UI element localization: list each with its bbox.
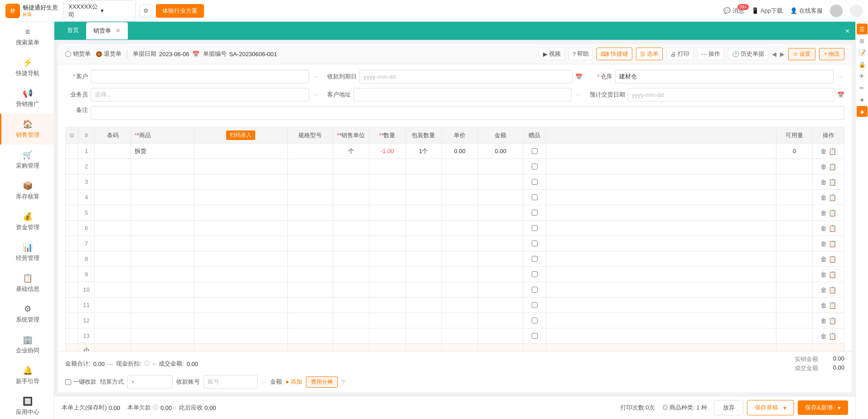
due-date-input[interactable]: yyyy-mm-dd [359, 70, 572, 83]
one-click-pay-checkbox[interactable]: 一键收款 [65, 378, 97, 386]
delivery-calendar-icon[interactable]: 📅 [837, 92, 844, 98]
fee-split-button[interactable]: 费用分摊 [306, 376, 338, 388]
warehouse-input[interactable]: 建材仓 [615, 70, 834, 83]
sidebar-item-app-center[interactable]: 🔲 应用中心 [0, 391, 54, 419]
right-panel-lock-btn[interactable]: 🔒 [857, 59, 868, 70]
tab-home[interactable]: 首页 [60, 22, 86, 40]
app-download-btn[interactable]: 📱 App下载 [752, 7, 783, 15]
sidebar-item-system[interactable]: ⚙ 系统管理 [0, 299, 54, 329]
copy-row-btn[interactable]: 📋 [829, 225, 836, 232]
video-btn[interactable]: ▶ 视频 [539, 48, 565, 60]
help-btn[interactable]: ? 帮助 [568, 48, 593, 60]
delete-row-btn[interactable]: 🗑 [820, 163, 827, 170]
salesperson-input[interactable]: 选择... [91, 88, 309, 101]
sidebar-item-operations[interactable]: 📊 经营管理 [0, 237, 54, 268]
delete-row-btn[interactable]: 🗑 [820, 240, 827, 247]
settings-button[interactable]: ⚙ [140, 5, 152, 17]
customer-input[interactable] [91, 70, 309, 83]
shortcut-btn[interactable]: ⌨ 快捷键 [596, 48, 632, 60]
setting-button[interactable]: ⊙ 设置 [788, 48, 815, 60]
copy-row-btn[interactable]: 📋 [829, 271, 836, 278]
addr-more-icon[interactable]: ··· [574, 92, 582, 98]
nav-next-icon[interactable]: ▶ [780, 51, 785, 58]
nav-prev-icon[interactable]: ◀ [772, 51, 776, 58]
calendar-icon[interactable]: 📅 [192, 51, 199, 58]
sidebar-item-purchase[interactable]: 🛒 采购管理 [0, 144, 54, 175]
discount-help-icon[interactable]: ⓘ [144, 360, 150, 368]
td-qty-1[interactable]: -1.00 [369, 144, 405, 159]
select-order-btn[interactable]: ☰ 选单 [636, 48, 663, 60]
add-payment-btn[interactable]: ● 添加 [286, 378, 302, 386]
sidebar-item-basic-info[interactable]: 📋 基础信息 [0, 268, 54, 299]
copy-row-btn[interactable]: 📋 [829, 332, 836, 340]
th-scan[interactable]: 扫码录入 [194, 127, 288, 144]
delete-row-btn[interactable]: 🗑 [820, 271, 827, 278]
copy-row-btn[interactable]: 📋 [829, 194, 836, 201]
action-btn[interactable]: ⋯ 操作 [697, 48, 724, 60]
save-new-arrow[interactable]: ▾ [834, 405, 841, 411]
copy-row-btn[interactable]: 📋 [829, 240, 836, 247]
delete-row-1-btn[interactable]: 🗑 [820, 148, 827, 155]
sidebar-item-new-guide[interactable]: 🔔 新手引导 [0, 360, 54, 391]
expected-delivery-input[interactable]: yyyy-mm-dd [628, 88, 834, 101]
sidebar-item-finance[interactable]: 💰 资金管理 [0, 206, 54, 237]
sidebar-item-sales[interactable]: 🏠 销售管理 [0, 114, 54, 144]
delete-row-btn[interactable]: 🗑 [820, 178, 827, 186]
copy-row-btn[interactable]: 📋 [829, 209, 836, 217]
right-panel-orange-btn[interactable]: ◈ [857, 106, 868, 117]
account-input[interactable]: 账号 [204, 375, 258, 389]
delete-row-btn[interactable]: 🗑 [820, 302, 827, 309]
copy-row-1-btn[interactable]: 📋 [829, 148, 836, 155]
radio-return-order[interactable]: 退货单 [96, 50, 121, 58]
right-panel-grid-view-btn[interactable]: ⊞ [857, 35, 868, 46]
right-panel-star-btn[interactable]: ★ [857, 94, 868, 105]
sidebar-item-quick-nav[interactable]: ⚡ 快捷导航 [0, 52, 54, 83]
customer-more-icon[interactable]: ··· [312, 73, 320, 80]
right-panel-eye-btn[interactable]: 👁 [857, 71, 868, 82]
tab-close-all-icon[interactable]: ✕ [845, 28, 850, 34]
tab-sales-order[interactable]: 销货单 ✕ [86, 22, 128, 39]
fee-help-icon[interactable]: ? [341, 379, 344, 385]
delete-row-btn[interactable]: 🗑 [820, 255, 827, 263]
copy-row-btn[interactable]: 📋 [829, 255, 836, 263]
avatar-extra[interactable] [850, 5, 863, 17]
delete-row-btn[interactable]: 🗑 [820, 332, 827, 340]
right-panel-table-view-btn[interactable]: ☰ [857, 24, 868, 34]
copy-row-btn[interactable]: 📋 [829, 178, 836, 186]
salesperson-more-icon[interactable]: ··· [312, 92, 320, 98]
save-draft-button[interactable]: 保存草稿 ▾ [747, 400, 794, 415]
td-barcode-1[interactable] [95, 144, 131, 159]
radio-sales-order[interactable]: 销货单 [65, 50, 91, 58]
th-settings[interactable]: ⊙ [66, 127, 78, 144]
copy-row-btn[interactable]: 📋 [829, 317, 836, 324]
settlement-selector[interactable]: ▾ [127, 375, 173, 389]
td-spec-1[interactable] [287, 144, 333, 159]
td-gift-1[interactable] [523, 144, 546, 159]
save-draft-arrow[interactable]: ▾ [780, 405, 786, 411]
notes-input[interactable] [91, 106, 844, 120]
sidebar-item-search[interactable]: ≡ 搜索菜单 [0, 22, 54, 52]
delete-row-btn[interactable]: 🗑 [820, 317, 827, 324]
tab-close-icon[interactable]: ✕ [116, 27, 121, 34]
debit-help-icon[interactable]: ⓘ [153, 404, 159, 412]
logistics-button[interactable]: + 物流 [819, 48, 844, 60]
print-btn[interactable]: 🖨 打印 [666, 48, 693, 60]
warehouse-more-icon[interactable]: ··· [836, 73, 844, 80]
td-pkg-qty-1[interactable]: 1个 [405, 144, 441, 159]
delete-row-btn[interactable]: 🗑 [820, 225, 827, 232]
delete-row-btn[interactable]: 🗑 [820, 209, 827, 217]
td-product-1[interactable]: 拆货 [131, 144, 194, 159]
due-date-calendar-icon[interactable]: 📅 [575, 73, 582, 80]
discard-button[interactable]: 放弃 [714, 400, 743, 415]
customer-addr-input[interactable] [354, 88, 571, 101]
right-panel-edit-btn[interactable]: ✏ [857, 82, 868, 93]
td-amount-1[interactable]: 0.00 [478, 144, 523, 159]
td-unit-1[interactable]: 个 [333, 144, 369, 159]
copy-row-btn[interactable]: 📋 [829, 302, 836, 309]
copy-row-btn[interactable]: 📋 [829, 163, 836, 170]
avatar[interactable] [830, 5, 843, 17]
trial-button[interactable]: 体验行业方案 [156, 4, 204, 18]
online-support-btn[interactable]: 👤 在线客服 [790, 7, 823, 15]
delete-row-btn[interactable]: 🗑 [820, 194, 827, 201]
company-selector[interactable]: XXXXXX公司 ▾ [63, 0, 136, 21]
